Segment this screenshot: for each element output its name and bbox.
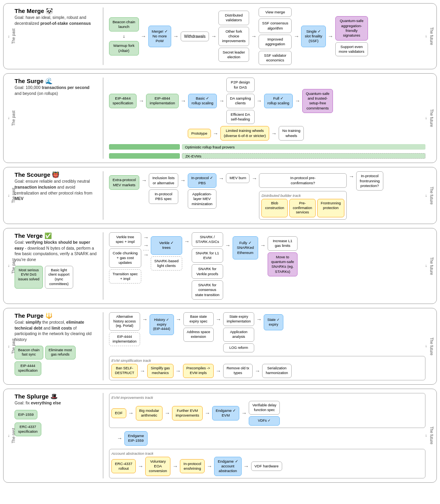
section-purge: ← The past The Purge 🔱 Goal: simplify th… bbox=[3, 308, 437, 385]
node-limited-training: Limited training wheels(diverse 6-of-8 o… bbox=[220, 126, 270, 141]
past-label-verge: ← The past bbox=[7, 232, 15, 300]
node-basic-rollup: Basic ✓rollup scaling bbox=[188, 94, 217, 108]
node-view-merge: View merge bbox=[259, 7, 292, 17]
node-withdrawals: Withdrawals bbox=[181, 32, 209, 41]
node-big-modular: Big modulararithmetic bbox=[136, 406, 163, 421]
node-eof: EOF bbox=[111, 408, 126, 418]
evm-track-label: EVM simplification track bbox=[111, 358, 423, 363]
future-label-verge: The future → bbox=[425, 232, 433, 300]
node-base-state-spec: Base stateexpiry spec bbox=[183, 312, 214, 326]
node-simplify-gas: Simplify gasmechanics bbox=[147, 364, 174, 378]
node-precompiles: Precompiles ->EVM impls bbox=[183, 364, 214, 378]
past-label-purge: ← The past bbox=[7, 312, 15, 380]
node-ssf-consensus: SSF consensusalgorithm bbox=[259, 19, 292, 33]
node-efficient-da: Efficient DAself-healing bbox=[226, 110, 254, 124]
node-vdfs: VDFs ✓ bbox=[249, 416, 280, 426]
node-warmup-fork: Warmup fork(Altair) bbox=[109, 41, 139, 56]
node-pre-confirmation: Pre-confirmationservices bbox=[289, 199, 316, 217]
future-label-surge: The future → bbox=[425, 78, 433, 159]
node-full-rollup: Full ✓rollup scaling bbox=[264, 94, 293, 108]
node-merge: Merge! ✓No morePoW bbox=[148, 26, 171, 47]
node-inprotocol-pbs: In-protocol ✓PBS bbox=[188, 173, 217, 188]
future-label-purge: The future → bbox=[425, 312, 433, 380]
node-quantum-safe: Quantum-safeaggregation-friendlysignatur… bbox=[335, 16, 368, 40]
verge-title: The Verge ✅ bbox=[15, 232, 97, 239]
section-verge: ← The past The Verge ✅ Goal: verifying b… bbox=[3, 228, 437, 304]
node-eip4844-spec: EIP-4844specification bbox=[109, 94, 137, 108]
scourge-goal: Goal: ensure reliable and credibly neutr… bbox=[15, 178, 97, 202]
future-label-scourge: The future → bbox=[425, 171, 433, 220]
node-da-sampling: DA samplingclients bbox=[226, 94, 254, 108]
node-snark-verkle: SNARK forVerkle proofs bbox=[192, 264, 223, 279]
node-p2p-das: P2P designfor DAS bbox=[226, 78, 254, 92]
node-evm-dos: Most seriousEVM DoSissues solved bbox=[15, 266, 43, 289]
node-eip4444-spec: EIP-4444specification bbox=[15, 361, 41, 375]
arrow2: → bbox=[173, 33, 179, 39]
purge-title: The Purge 🔱 bbox=[15, 312, 97, 319]
past-label-scourge: ← The past bbox=[7, 171, 15, 220]
node-voluntary-eoa: VoluntaryEOAconversion bbox=[145, 457, 170, 476]
node-code-chunking: Code chunking+ gas costupdates bbox=[109, 248, 141, 268]
section-splurge: ← The past The Splurge 🎩 Goal: fix every… bbox=[3, 389, 437, 483]
node-state-expiry-impl: State expiryimplementation bbox=[223, 312, 254, 326]
node-eip4444-impl: EIP-4444implementation bbox=[109, 332, 140, 346]
node-inprotocol-pbs-spec: In-protocolPBS spec bbox=[149, 189, 178, 204]
node-ban-self-destruct: Ban SELF-DESTRUCT bbox=[111, 364, 138, 378]
node-quantum-snarks: Move toquantum-safeSNARKs (eg.STARKs) bbox=[268, 252, 298, 276]
future-label-splurge: The future → bbox=[425, 393, 433, 478]
node-endgame-account: Endgame ✓accountabstraction bbox=[214, 457, 241, 476]
node-state-expiry: State ✓expiry bbox=[264, 314, 283, 330]
past-label-splurge: ← The past bbox=[7, 393, 15, 478]
node-erc4337-spec: ERC-4337specification bbox=[15, 422, 41, 436]
arrow6: → bbox=[328, 33, 333, 39]
purge-goal: Goal: simplify the protocol, eliminate t… bbox=[15, 319, 97, 343]
node-inprotocol-pre: In-protocol pre-confirmations? bbox=[259, 173, 347, 188]
node-log-reform: LOG reform bbox=[223, 343, 254, 353]
page-container: ← The past The Merge 🐼 Goal: have an ide… bbox=[0, 0, 440, 486]
node-endgame-eip1559: EndgameEIP-1559 bbox=[124, 431, 148, 446]
node-beacon-fast-sync: Beacon chainfast sync bbox=[15, 346, 43, 359]
section-surge: ← The past The Surge 🌊 Goal: 100,000 tra… bbox=[3, 73, 437, 163]
node-verkle-spec: Verkle treespec + impl bbox=[109, 232, 141, 247]
node-blob-construction: Blobconstruction bbox=[261, 199, 288, 217]
node-verkle-trees: Verkle ✓trees bbox=[151, 236, 182, 255]
node-inclusion-lists: Inclusion listsor alternative bbox=[149, 173, 178, 188]
node-quantum-commitments: Quantum-safeand trusted-setup-freecommit… bbox=[302, 89, 333, 113]
node-other-fork: Other forkchoiceimprovements bbox=[218, 27, 249, 46]
node-vdf-hardware: VDF hardware bbox=[251, 461, 282, 471]
node-erc4337-rollout: ERC-4337rollout bbox=[111, 459, 136, 474]
node-snark-l1: SNARK for L1EVM bbox=[192, 248, 223, 263]
node-inprotocol-enshrining: In-protocolenshrining bbox=[180, 459, 205, 474]
node-vdf-spec: Verifiable delayfunction spec bbox=[249, 401, 280, 415]
evm-improvements-label: EVM improvements track bbox=[111, 395, 423, 400]
section-scourge: ← The past The Scourge 👹 Goal: ensure re… bbox=[3, 167, 437, 224]
node-alt-history: Alternativehistory access(eg. Portal) bbox=[109, 312, 140, 331]
arrow1: → bbox=[141, 33, 146, 39]
node-prototype: Prototype bbox=[188, 129, 211, 138]
node-improved-agg: Improvedaggregation bbox=[259, 35, 292, 49]
node-mev-burn: MEV burn bbox=[226, 173, 250, 183]
surge-goal: Goal: 100,000 transactions per second an… bbox=[15, 85, 97, 96]
node-inprotocol-frontrunning: In-protocolfrontrunningprotection? bbox=[356, 171, 383, 191]
splurge-goal: Goal: fix everything else bbox=[15, 400, 97, 406]
past-label-surge: ← The past bbox=[7, 78, 15, 159]
node-ssf: Single ✓slot finality(SSF) bbox=[301, 26, 325, 47]
section-merge: ← The past The Merge 🐼 Goal: have an ide… bbox=[3, 3, 437, 69]
zk-evms-bar-row: ZK-EVMs bbox=[109, 153, 425, 159]
merge-title: The Merge 🐼 bbox=[15, 7, 97, 15]
node-app-layer-mev: Application-layer MEVminimization bbox=[188, 189, 217, 209]
node-history-expiry: History ✓expiry(EIP-4444) bbox=[150, 314, 174, 335]
node-app-analysis: Applicationanalysis bbox=[223, 328, 254, 341]
arrow3: → bbox=[211, 33, 216, 39]
node-secret-leader: Secret leaderelection bbox=[218, 48, 249, 62]
node-support-validators: Support evenmore validators bbox=[335, 42, 368, 57]
node-ssf-validator: SSF validatoreconomics bbox=[259, 51, 292, 65]
node-eip4844-impl: EIP-4844implementation bbox=[146, 94, 178, 108]
surge-title: The Surge 🌊 bbox=[15, 78, 97, 85]
node-eip1559: EIP-1559 bbox=[15, 410, 37, 419]
node-eliminate-gas: Eliminate mostgas refunds bbox=[45, 346, 76, 359]
node-no-training: No trainingwheels bbox=[279, 126, 304, 141]
arrow4: → bbox=[251, 33, 257, 39]
past-label-merge: ← The past bbox=[7, 7, 15, 65]
splurge-title: The Splurge 🎩 bbox=[15, 393, 97, 400]
